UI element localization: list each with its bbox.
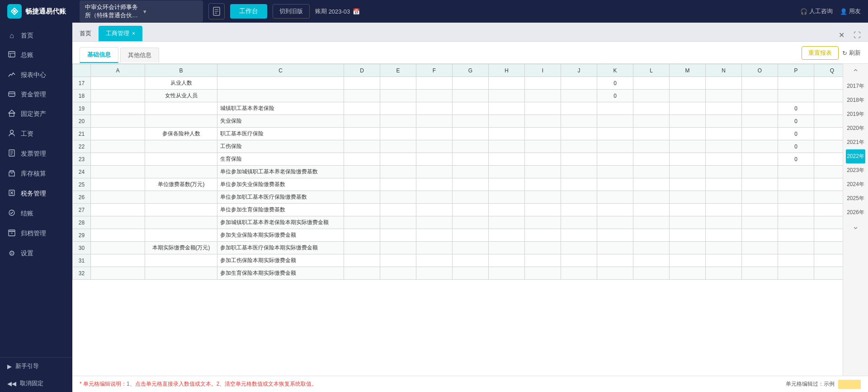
cell-i[interactable] [525,178,561,191]
cell-e[interactable] [380,166,416,178]
cell-p[interactable] [778,191,814,204]
cell-o[interactable] [742,178,778,191]
cell-m[interactable] [670,166,706,178]
cell-c[interactable]: 参加工伤保险本期实际缴费金额 [217,254,344,267]
cell-k[interactable] [597,191,633,204]
year-panel-up[interactable]: ⌃ [843,66,868,79]
year-item[interactable]: 2025年 [846,191,865,206]
cell-g[interactable] [453,254,489,267]
cell-b[interactable] [145,191,217,204]
cell-c[interactable]: 单位参加城镇职工基本养老保险缴费基数 [217,166,344,178]
spreadsheet-scroll[interactable]: A B C D E F G H I J [72,64,843,376]
sidebar-item-reports[interactable]: 报表中心 [0,65,72,85]
cell-l[interactable] [633,216,670,229]
cell-h[interactable] [489,254,525,267]
cell-k[interactable]: 0 [597,77,633,90]
cell-d[interactable] [344,216,380,229]
cell-h[interactable] [489,242,525,254]
cell-n[interactable] [706,254,742,267]
sidebar-item-payroll[interactable]: 工资 [0,124,72,144]
cell-i[interactable] [525,229,561,242]
company-selector[interactable]: 中审众环会计师事务所（特殊普通合伙… ▾ [80,0,203,22]
cell-a[interactable] [91,77,145,90]
cell-n[interactable] [706,90,742,102]
sidebar-item-invoices[interactable]: 发票管理 [0,144,72,164]
cell-j[interactable] [561,166,597,178]
cell-n[interactable] [706,102,742,115]
cell-e[interactable] [380,267,416,280]
year-item[interactable]: 2022年 [846,149,865,163]
cell-m[interactable] [670,90,706,102]
cell-m[interactable] [670,267,706,280]
cell-g[interactable] [453,128,489,140]
cell-m[interactable] [670,178,706,191]
cell-d[interactable] [344,102,380,115]
cell-p[interactable] [778,242,814,254]
cell-l[interactable] [633,153,670,166]
cell-p[interactable]: 0 [778,102,814,115]
cell-m[interactable] [670,242,706,254]
cell-o[interactable] [742,77,778,90]
cell-e[interactable] [380,140,416,153]
cell-k[interactable]: 0 [597,90,633,102]
reset-report-button[interactable]: 重置报表 [802,46,839,60]
cell-c[interactable]: 参加职工基本医疗保险本期实际缴费金额 [217,242,344,254]
cell-e[interactable] [380,115,416,128]
cell-i[interactable] [525,267,561,280]
cell-g[interactable] [453,115,489,128]
cell-f[interactable] [416,267,453,280]
cell-m[interactable] [670,204,706,216]
cell-k[interactable] [597,166,633,178]
sidebar-item-closing[interactable]: 结账 [0,204,72,224]
cell-c[interactable] [217,77,344,90]
cell-j[interactable] [561,267,597,280]
user-menu[interactable]: 👤 用友 [840,7,861,15]
cell-a[interactable] [91,178,145,191]
cell-i[interactable] [525,242,561,254]
sidebar-item-archive[interactable]: 归档管理 [0,224,72,244]
year-item[interactable]: 2020年 [846,121,865,135]
cell-q[interactable] [814,267,843,280]
cell-i[interactable] [525,140,561,153]
cell-l[interactable] [633,267,670,280]
cell-l[interactable] [633,242,670,254]
cell-i[interactable] [525,166,561,178]
cell-l[interactable] [633,191,670,204]
inner-tab-basic-info[interactable]: 基础信息 [80,47,118,63]
cell-c[interactable]: 单位参加生育保险缴费基数 [217,204,344,216]
cell-l[interactable] [633,115,670,128]
cell-g[interactable] [453,191,489,204]
cell-n[interactable] [706,191,742,204]
cell-o[interactable] [742,166,778,178]
document-icon[interactable] [208,3,225,19]
cell-k[interactable] [597,229,633,242]
cell-c[interactable]: 单位参加失业保险缴费基数 [217,178,344,191]
maximize-icon[interactable]: ⛶ [852,29,863,41]
cell-g[interactable] [453,90,489,102]
cell-d[interactable] [344,77,380,90]
cell-a[interactable] [91,191,145,204]
cell-j[interactable] [561,204,597,216]
cell-l[interactable] [633,254,670,267]
cell-e[interactable] [380,229,416,242]
cell-c[interactable]: 参加生育保险本期实际缴费金额 [217,267,344,280]
service-button[interactable]: 🎧 人工咨询 [800,7,833,15]
cell-c[interactable]: 工伤保险 [217,140,344,153]
inner-tab-other-info[interactable]: 其他信息 [120,48,159,62]
cell-q[interactable] [814,191,843,204]
tab-home[interactable]: 首页 [72,26,99,41]
cell-q[interactable] [814,90,843,102]
cell-a[interactable] [91,267,145,280]
cell-h[interactable] [489,229,525,242]
cell-p[interactable]: 0 [778,128,814,140]
cell-e[interactable] [380,242,416,254]
cell-j[interactable] [561,102,597,115]
cell-b[interactable] [145,254,217,267]
cell-g[interactable] [453,178,489,191]
cell-q[interactable] [814,229,843,242]
cell-j[interactable] [561,128,597,140]
cell-n[interactable] [706,267,742,280]
cell-b[interactable] [145,153,217,166]
cell-o[interactable] [742,229,778,242]
cell-p[interactable]: 0 [778,153,814,166]
